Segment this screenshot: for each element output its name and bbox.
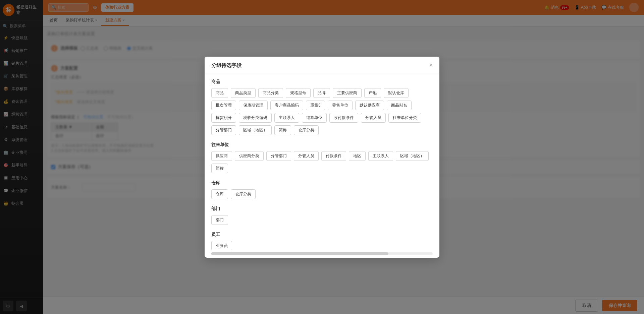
field-section-department: 部门部门 (211, 206, 433, 225)
field-tag-仓库分类[interactable]: 仓库分类 (294, 125, 319, 135)
field-tag-供应商分类[interactable]: 供应商分类 (235, 151, 264, 161)
field-tag-分管部门[interactable]: 分管部门 (266, 151, 291, 161)
field-tag-税收分类编码[interactable]: 税收分类编码 (239, 113, 272, 123)
field-tag-产地[interactable]: 产地 (364, 88, 381, 98)
field-tags-partner: 供应商供应商分类分管部门分管人员付款条件地区主联系人区域（地区）简称 (211, 151, 433, 173)
field-tag-默认供应商[interactable]: 默认供应商 (355, 101, 384, 110)
field-tag-商品别名[interactable]: 商品别名 (387, 101, 412, 110)
field-tag-往来单位分类[interactable]: 往来单位分类 (388, 113, 421, 123)
field-section-goods: 商品商品商品类型商品分类规格型号品牌主要供应商产地默认仓库批次管理保质期管理客户… (211, 79, 433, 135)
field-tag-主联系人[interactable]: 主联系人 (368, 151, 393, 161)
field-section-title-staff: 员工 (211, 232, 433, 238)
field-tag-供应商[interactable]: 供应商 (211, 151, 232, 161)
field-tags-goods: 商品商品类型商品分类规格型号品牌主要供应商产地默认仓库批次管理保质期管理客户商品… (211, 88, 433, 135)
field-tag-批次管理[interactable]: 批次管理 (211, 101, 236, 110)
field-tag-分管人员[interactable]: 分管人员 (294, 151, 319, 161)
field-tag-简称[interactable]: 简称 (274, 125, 291, 135)
field-section-staff: 员工业务员 (211, 232, 433, 250)
horizontal-scrollbar[interactable] (211, 252, 433, 255)
field-tag-区域（地区）[interactable]: 区域（地区） (396, 151, 429, 161)
field-tag-付款条件[interactable]: 付款条件 (321, 151, 346, 161)
field-tag-拣货积分[interactable]: 拣货积分 (211, 113, 236, 123)
modal-header: 分组待选字段 × (205, 57, 439, 73)
field-tag-商品类型[interactable]: 商品类型 (231, 88, 256, 98)
field-tag-规格型号[interactable]: 规格型号 (286, 88, 311, 98)
field-tag-主联系人[interactable]: 主联系人 (274, 113, 299, 123)
field-section-title-goods: 商品 (211, 79, 433, 85)
field-tag-简称[interactable]: 简称 (211, 164, 228, 173)
field-tag-品牌[interactable]: 品牌 (313, 88, 330, 98)
field-section-title-department: 部门 (211, 206, 433, 212)
field-tag-保质期管理[interactable]: 保质期管理 (239, 101, 268, 110)
field-tag-商品[interactable]: 商品 (211, 88, 228, 98)
field-tag-主要供应商[interactable]: 主要供应商 (333, 88, 362, 98)
field-tags-warehouse: 仓库仓库分类 (211, 189, 433, 199)
field-tag-分管人员[interactable]: 分管人员 (361, 113, 386, 123)
field-tag-仓库分类[interactable]: 仓库分类 (231, 189, 256, 199)
modal-close-button[interactable]: × (429, 62, 433, 69)
field-section-title-warehouse: 仓库 (211, 180, 433, 186)
field-tag-地区[interactable]: 地区 (349, 151, 366, 161)
field-section-partner: 往来单位供应商供应商分类分管部门分管人员付款条件地区主联系人区域（地区）简称 (211, 142, 433, 173)
modal-dialog: 分组待选字段 × 商品商品商品类型商品分类规格型号品牌主要供应商产地默认仓库批次… (205, 57, 439, 258)
field-tag-商品分类[interactable]: 商品分类 (258, 88, 283, 98)
field-tag-部门[interactable]: 部门 (211, 215, 228, 225)
field-section-title-partner: 往来单位 (211, 142, 433, 148)
scrollbar-thumb (211, 252, 388, 255)
field-tag-客户商品编码[interactable]: 客户商品编码 (270, 101, 303, 110)
modal-overlay: 分组待选字段 × 商品商品商品类型商品分类规格型号品牌主要供应商产地默认仓库批次… (0, 0, 644, 314)
field-tags-staff: 业务员 (211, 241, 433, 250)
modal-title: 分组待选字段 (211, 62, 241, 69)
field-tag-分管部门[interactable]: 分管部门 (211, 125, 236, 135)
modal-body: 商品商品商品类型商品分类规格型号品牌主要供应商产地默认仓库批次管理保质期管理客户… (205, 73, 439, 250)
field-tag-结算单位[interactable]: 结算单位 (302, 113, 327, 123)
field-tag-默认仓库[interactable]: 默认仓库 (384, 88, 409, 98)
field-tag-重量3[interactable]: 重量3 (306, 101, 325, 110)
field-tag-区域（地区）[interactable]: 区域（地区） (239, 125, 272, 135)
field-tag-仓库[interactable]: 仓库 (211, 189, 228, 199)
field-tag-收付款条件[interactable]: 收付款条件 (329, 113, 358, 123)
field-tag-零售单位[interactable]: 零售单位 (328, 101, 353, 110)
field-section-warehouse: 仓库仓库仓库分类 (211, 180, 433, 199)
field-tag-业务员[interactable]: 业务员 (211, 241, 232, 250)
field-tags-department: 部门 (211, 215, 433, 225)
